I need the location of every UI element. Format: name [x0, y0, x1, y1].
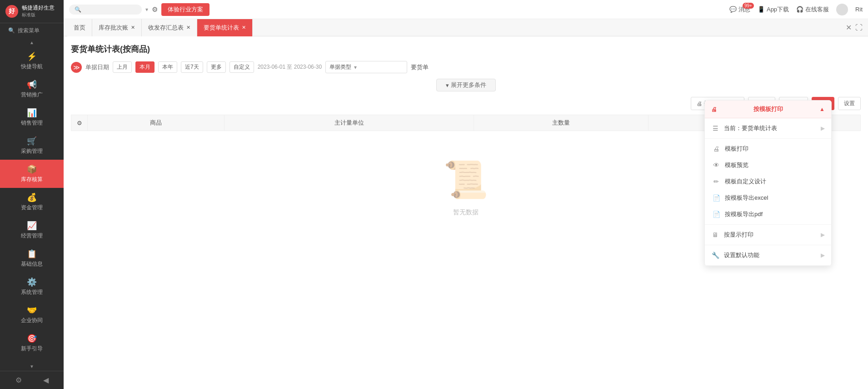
setting-button[interactable]: 设置	[838, 97, 861, 110]
tab-order-stats-close-icon[interactable]: ✕	[242, 25, 246, 30]
tabs-bar: 首页 库存批次账 ✕ 收发存汇总表 ✕ 要货单统计表 ✕ ✕ ⛶	[64, 19, 868, 36]
tab-inventory-batch-close-icon[interactable]: ✕	[131, 25, 135, 30]
user-avatar[interactable]	[836, 4, 848, 15]
online-service-label: 在线客服	[805, 5, 829, 14]
date-btn-this-month[interactable]: 本月	[135, 61, 155, 73]
dropdown-set-default[interactable]: 🔧 设置默认功能 ▶	[705, 247, 831, 263]
tab-order-stats[interactable]: 要货单统计表 ✕	[197, 19, 253, 36]
dropdown-item-template-custom[interactable]: ✏ 模板自定义设计	[705, 173, 831, 190]
type-filter-label: 单据类型	[329, 63, 351, 71]
tab-close-current-icon[interactable]: ✕	[846, 23, 852, 32]
sidebar-item-marketing[interactable]: 📢 营销推广	[0, 75, 64, 103]
table-header-product: 商品	[88, 115, 224, 131]
date-btn-custom[interactable]: 自定义	[229, 61, 254, 73]
sidebar-item-quick-nav[interactable]: ⚡ 快捷导航	[0, 47, 64, 75]
sidebar-item-label: 系统管理	[21, 288, 43, 296]
dropdown-item-label: 按模板导出pdf	[725, 210, 763, 218]
more-conditions-row: ▾ 展开更多条件	[71, 79, 861, 91]
tab-inventory-batch-label: 库存批次账	[99, 24, 128, 32]
dropdown-default-section: 🔧 设置默认功能 ▶	[705, 245, 831, 266]
sidebar-item-inventory[interactable]: 📦 库存核算	[0, 160, 64, 188]
download-icon: 📱	[758, 6, 765, 13]
dropdown-display-print[interactable]: 🖥 按显示打印 ▶	[705, 227, 831, 243]
sidebar-item-label: 快捷导航	[21, 63, 43, 71]
dropdown-item-template-pdf[interactable]: 📄 按模板导出pdf	[705, 206, 831, 222]
operation-icon: 📈	[27, 221, 37, 231]
empty-icon: 📜	[443, 158, 489, 201]
purchase-icon: 🛒	[27, 136, 37, 146]
sidebar-nav: ⚡ 快捷导航 📢 营销推广 📊 销售管理 🛒 采购管理 📦 库存核算 💰 资金管…	[0, 47, 64, 362]
sales-icon: 📊	[27, 108, 37, 118]
sidebar-collapse-icon[interactable]: ◀	[43, 376, 49, 384]
sidebar-item-apps[interactable]: 📱 应用中心	[0, 357, 64, 362]
date-range-display: 2023-06-01 至 2023-06-30	[258, 63, 322, 71]
expand-more-icon: ▾	[446, 82, 449, 89]
messages-button[interactable]: 💬 消息 99+	[729, 5, 750, 14]
dropdown-current-label: 当前：要货单统计表	[724, 124, 777, 132]
dropdown-current-item[interactable]: ☰ 当前：要货单统计表 ▶	[705, 120, 831, 136]
sidebar-scroll-down[interactable]: ▼	[0, 362, 64, 371]
tab-maximize-icon[interactable]: ⛶	[855, 24, 863, 32]
type-filter-select[interactable]: 单据类型 ▾	[325, 61, 407, 73]
sidebar-scroll-up[interactable]: ▲	[0, 38, 64, 47]
tab-receivable-summary-close-icon[interactable]: ✕	[186, 25, 190, 30]
table-header-unit: 主计量单位	[224, 115, 474, 131]
dropdown-item-label: 模板预览	[725, 161, 748, 169]
dropdown-item-label: 按模板导出excel	[725, 194, 768, 202]
app-download-button[interactable]: 📱 App下载	[758, 5, 789, 14]
sidebar-item-finance[interactable]: 💰 资金管理	[0, 188, 64, 216]
dropdown-item-template-preview[interactable]: 👁 模板预览	[705, 157, 831, 173]
online-service-button[interactable]: 🎧 在线客服	[796, 5, 829, 14]
date-btn-more[interactable]: 更多	[207, 61, 226, 73]
system-icon: ⚙️	[27, 277, 37, 287]
sidebar-item-system[interactable]: ⚙️ 系统管理	[0, 273, 64, 301]
sidebar-item-label: 基础信息	[21, 260, 43, 268]
page-content: 要货单统计表(按商品) ≫ 单据日期 上月 本月 本年 近7天 更多 自定义 2…	[64, 36, 868, 389]
message-icon: 💬	[729, 6, 737, 13]
trial-button[interactable]: 体验行业方案	[161, 3, 210, 16]
sidebar-item-sales[interactable]: 📊 销售管理	[0, 103, 64, 131]
sidebar-item-operation[interactable]: 📈 经营管理	[0, 216, 64, 244]
logo-name: 畅捷通好生意	[22, 5, 55, 12]
finance-icon: 💰	[27, 192, 37, 202]
page-title: 要货单统计表(按商品)	[71, 44, 861, 55]
service-icon: 🎧	[796, 6, 803, 13]
sidebar-search-label: 搜索菜单	[18, 27, 40, 35]
tab-receivable-summary[interactable]: 收发存汇总表 ✕	[142, 19, 197, 36]
sidebar-item-label: 企业协同	[21, 317, 43, 324]
dropdown-header: 🖨 按模板打印 ▲	[705, 101, 831, 118]
date-btn-this-year[interactable]: 本年	[158, 61, 177, 73]
tab-home-label: 首页	[74, 24, 85, 32]
topbar-chevron-icon[interactable]: ▾	[145, 6, 148, 13]
tab-inventory-batch[interactable]: 库存批次账 ✕	[92, 19, 142, 36]
sidebar-settings-icon[interactable]: ⚙	[15, 376, 22, 384]
expand-more-button[interactable]: ▾ 展开更多条件	[436, 79, 496, 91]
sidebar-item-label: 库存核算	[21, 176, 43, 183]
sidebar-item-guide[interactable]: 🎯 新手引导	[0, 329, 64, 357]
marketing-icon: 📢	[27, 80, 37, 90]
expand-collapse-button[interactable]: ≫	[71, 62, 82, 73]
sidebar-item-label: 销售管理	[21, 119, 43, 127]
date-btn-last-month[interactable]: 上月	[113, 61, 132, 73]
set-default-icon: 🔧	[711, 252, 719, 259]
sidebar-item-purchase[interactable]: 🛒 采购管理	[0, 131, 64, 160]
sidebar-bottom: ⚙ ◀	[0, 371, 64, 389]
logo-icon: 好	[5, 5, 18, 18]
dropdown-item-template-print[interactable]: 🖨 模板打印	[705, 141, 831, 157]
sidebar-item-basic[interactable]: 📋 基础信息	[0, 244, 64, 273]
tab-receivable-summary-label: 收发存汇总表	[148, 24, 184, 32]
table-header-gear[interactable]: ⚙	[71, 115, 88, 131]
topbar-search[interactable]: 🔍	[69, 5, 142, 15]
dropdown-item-template-excel[interactable]: 📄 按模板导出excel	[705, 190, 831, 206]
sidebar-item-collab[interactable]: 🤝 企业协同	[0, 301, 64, 329]
display-print-arrow-icon: ▶	[821, 232, 825, 238]
date-btn-7days[interactable]: 近7天	[181, 61, 203, 73]
dropdown-chevron-up-icon[interactable]: ▲	[819, 106, 825, 112]
template-print-icon: 🖨	[712, 145, 720, 152]
setting-label: 设置	[844, 100, 855, 107]
tab-home[interactable]: 首页	[67, 19, 92, 36]
print-icon: 🖨	[697, 101, 702, 107]
sidebar-search[interactable]: 🔍 搜索菜单	[0, 23, 64, 38]
topbar-gear-icon[interactable]: ⚙	[152, 5, 158, 14]
sidebar-item-label: 经营管理	[21, 232, 43, 240]
